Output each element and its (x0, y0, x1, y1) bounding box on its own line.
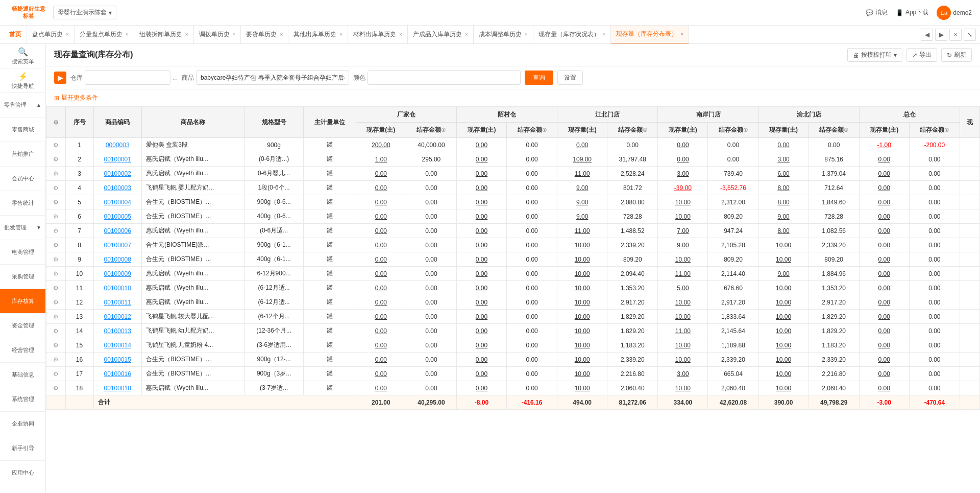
row-gear[interactable]: ⚙ (46, 195, 66, 209)
row-zongcang-qty[interactable]: 0.00 (859, 353, 909, 367)
row-zongcang-qty[interactable]: 0.00 (859, 281, 909, 295)
row-zongcang-qty[interactable]: 0.00 (859, 338, 909, 353)
row-gear[interactable]: ⚙ (46, 209, 66, 224)
row-zongcang-qty[interactable]: 0.00 (859, 167, 909, 181)
info-icon[interactable]: ① (441, 127, 446, 133)
gear-icon[interactable]: ⚙ (53, 242, 59, 249)
row-yubei-qty[interactable]: 10.00 (758, 367, 808, 381)
row-zongcang-qty[interactable]: 0.00 (859, 224, 909, 238)
row-changjiaCun-qty[interactable]: 0.00 (356, 167, 406, 181)
row-changjiaCun-qty[interactable]: 0.00 (356, 267, 406, 281)
info-icon[interactable]: ① (743, 127, 748, 133)
row-mocun-qty[interactable]: 0.00 (457, 167, 507, 181)
row-zongcang-qty[interactable]: 0.00 (859, 181, 909, 195)
sidebar-item-member[interactable]: 会员中心 (0, 167, 45, 191)
row-nanan-qty[interactable]: 11.00 (658, 324, 708, 338)
row-zongcang-qty[interactable]: 0.00 (859, 209, 909, 224)
row-zongcang-qty[interactable]: 0.00 (859, 324, 909, 338)
row-yubei-qty[interactable]: 10.00 (758, 338, 808, 353)
row-code[interactable]: 00100008 (93, 252, 141, 267)
row-nanan-qty[interactable]: 10.00 (658, 353, 708, 367)
row-gear[interactable]: ⚙ (46, 295, 66, 310)
row-gear[interactable]: ⚙ (46, 152, 66, 167)
row-zongcang-qty[interactable]: 0.00 (859, 195, 909, 209)
row-changjiaCun-qty[interactable]: 1.00 (356, 152, 406, 167)
gear-icon[interactable]: ⚙ (53, 227, 59, 234)
row-nanan-qty[interactable]: 5.00 (658, 281, 708, 295)
row-zongcang-qty[interactable]: 0.00 (859, 310, 909, 324)
row-jiangbei-qty[interactable]: 10.00 (557, 367, 607, 381)
row-jiangbei-qty[interactable]: 9.00 (557, 181, 607, 195)
tab-other-out[interactable]: 其他出库单历史 × (288, 26, 348, 44)
row-code[interactable]: 00100013 (93, 324, 141, 338)
row-nanan-qty[interactable]: 10.00 (658, 338, 708, 353)
sidebar-item-new-guide[interactable]: 新手引导 (0, 436, 45, 461)
row-zongcang-qty[interactable]: 0.00 (859, 152, 909, 167)
row-gear[interactable]: ⚙ (46, 324, 66, 338)
expand-filter-btn[interactable]: ▶ (54, 72, 66, 84)
row-code[interactable]: 00100007 (93, 238, 141, 252)
gear-icon[interactable]: ⚙ (53, 256, 59, 263)
row-mocun-qty[interactable]: 0.00 (457, 338, 507, 353)
org-selector[interactable]: 母婴行业演示陈套 ▾ (53, 6, 116, 19)
tab-request[interactable]: 要货单历史 × (241, 26, 288, 44)
row-mocun-qty[interactable]: 0.00 (457, 238, 507, 252)
row-zongcang-qty[interactable]: 0.00 (859, 267, 909, 281)
tab-combo[interactable]: 组装拆卸单历史 × (134, 26, 194, 44)
info-icon[interactable]: ① (844, 127, 848, 133)
row-code[interactable]: 00100015 (93, 353, 141, 367)
tab-transfer[interactable]: 调拨单历史 × (194, 26, 241, 44)
row-code[interactable]: 00100010 (93, 281, 141, 295)
row-jiangbei-qty[interactable]: 10.00 (557, 252, 607, 267)
row-zongcang-qty[interactable]: 0.00 (859, 367, 909, 381)
row-yubei-qty[interactable]: 10.00 (758, 252, 808, 267)
row-code[interactable]: 00100004 (93, 195, 141, 209)
row-changjiaCun-qty[interactable]: 0.00 (356, 338, 406, 353)
row-gear[interactable]: ⚙ (46, 381, 66, 395)
tab-stock-dist[interactable]: 现存量（库存分布表） × (611, 26, 689, 44)
row-nanan-qty[interactable]: 7.00 (658, 224, 708, 238)
sidebar-item-retail-stats[interactable]: 零售统计 (0, 191, 45, 216)
close-icon[interactable]: × (525, 32, 528, 37)
row-zongcang-qty[interactable]: 0.00 (859, 252, 909, 267)
gear-icon[interactable]: ⚙ (53, 142, 59, 149)
sidebar-item-app-center[interactable]: 应用中心 (0, 461, 45, 485)
row-jiangbei-qty[interactable]: 10.00 (557, 381, 607, 395)
gear-icon[interactable]: ⚙ (53, 184, 59, 192)
row-yubei-qty[interactable]: 10.00 (758, 353, 808, 367)
row-zongcang-qty[interactable]: 0.00 (859, 295, 909, 310)
gear-icon[interactable]: ⚙ (53, 285, 59, 292)
tab-home[interactable]: 首页 (4, 26, 27, 44)
row-mocun-qty[interactable]: 0.00 (457, 295, 507, 310)
gear-icon[interactable]: ⚙ (53, 156, 59, 163)
row-yubei-qty[interactable]: 9.00 (758, 209, 808, 224)
row-mocun-qty[interactable]: 0.00 (457, 310, 507, 324)
row-nanan-qty[interactable]: -39.00 (658, 181, 708, 195)
warehouse-input[interactable] (85, 71, 170, 85)
row-yubei-qty[interactable]: 9.00 (758, 267, 808, 281)
sidebar-item-marketing[interactable]: 营销推广 (0, 142, 45, 167)
row-gear[interactable]: ⚙ (46, 310, 66, 324)
row-nanan-qty[interactable]: 3.00 (658, 367, 708, 381)
gear-icon[interactable]: ⚙ (53, 199, 59, 206)
row-zongcang-qty[interactable]: -1.00 (859, 138, 909, 152)
close-icon[interactable]: × (280, 32, 283, 37)
row-yubei-qty[interactable]: 8.00 (758, 181, 808, 195)
row-gear[interactable]: ⚙ (46, 367, 66, 381)
row-changjiaCun-qty[interactable]: 0.00 (356, 381, 406, 395)
row-changjiaCun-qty[interactable]: 0.00 (356, 310, 406, 324)
row-changjiaCun-qty[interactable]: 0.00 (356, 195, 406, 209)
row-mocun-qty[interactable]: 0.00 (457, 252, 507, 267)
row-jiangbei-qty[interactable]: 9.00 (557, 209, 607, 224)
close-icon[interactable]: × (126, 32, 129, 37)
row-yubei-qty[interactable]: 10.00 (758, 324, 808, 338)
tab-prev-btn[interactable]: ◀ (921, 29, 933, 41)
sidebar-item-enterprise-wechat[interactable]: 企业微信 (0, 485, 45, 493)
row-code[interactable]: 00100009 (93, 267, 141, 281)
close-icon[interactable]: × (465, 32, 468, 37)
row-yubei-qty[interactable]: 10.00 (758, 281, 808, 295)
row-zongcang-qty[interactable]: 0.00 (859, 238, 909, 252)
warehouse-dots[interactable]: ... (173, 74, 178, 81)
row-gear[interactable]: ⚙ (46, 267, 66, 281)
sidebar-item-retail-mgmt[interactable]: 零售管理 ▲ (0, 93, 45, 118)
